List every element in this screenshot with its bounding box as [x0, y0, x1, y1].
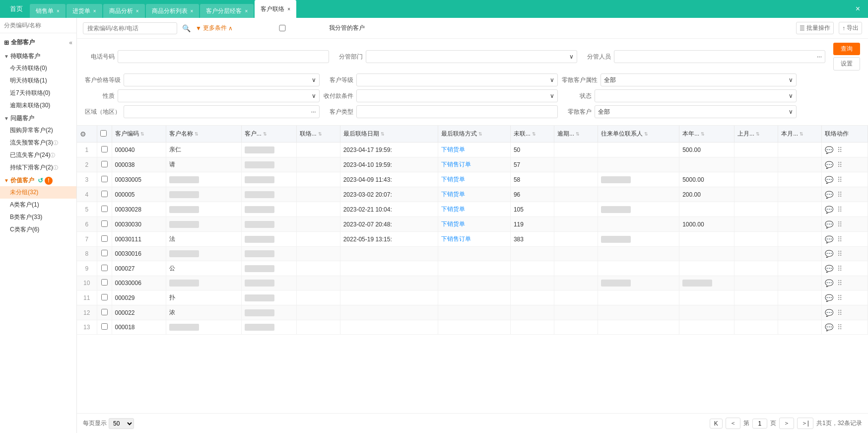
chat-icon[interactable]: 💬 — [825, 279, 833, 287]
sidebar-item-lost[interactable]: 已流失客户(24) ⓘ — [0, 149, 76, 161]
grid-action-icon[interactable]: ⠿ — [837, 265, 842, 273]
phone-input[interactable] — [118, 50, 329, 63]
contact-way-link[interactable]: 下销货单 — [441, 176, 465, 183]
export-button[interactable]: ↑ 导出 — [839, 22, 862, 34]
chat-icon[interactable]: 💬 — [825, 265, 833, 273]
tab-sales-close[interactable]: × — [57, 8, 60, 14]
th-code-sort-icon[interactable]: ⇅ — [140, 132, 144, 137]
sidebar-group-value[interactable]: ▼ 价值客户 ↺ ! — [0, 174, 76, 186]
row-checkbox[interactable] — [101, 235, 108, 242]
sidebar-item-warning[interactable]: 流失预警客户(3) ⓘ — [0, 137, 76, 149]
row-checkbox[interactable] — [101, 176, 108, 182]
contact-way-link[interactable]: 下销货单 — [441, 206, 465, 213]
row-checkbox[interactable] — [101, 250, 108, 256]
payment-select[interactable]: ∨ — [356, 89, 558, 102]
grid-action-icon[interactable]: ⠿ — [837, 220, 842, 228]
sidebar-group-problem[interactable]: ▼ 问题客户 — [0, 112, 76, 124]
chat-icon[interactable]: 💬 — [825, 309, 833, 317]
grid-action-icon[interactable]: ⠿ — [837, 176, 842, 184]
tab-purchase[interactable]: 进货单 × — [67, 4, 102, 18]
contact-way-link[interactable]: 下销货单 — [441, 191, 465, 198]
per-page-select[interactable]: 50 100 200 — [109, 418, 134, 429]
grid-action-icon[interactable]: ⠿ — [837, 206, 842, 214]
sidebar-item-class-b[interactable]: B类客户(33) — [0, 211, 76, 223]
row-checkbox[interactable] — [101, 323, 108, 330]
status-select[interactable]: ∨ — [595, 89, 797, 102]
cust-tier-select[interactable]: ∨ — [356, 73, 558, 86]
search-button[interactable]: 🔍 — [182, 24, 191, 32]
row-checkbox[interactable] — [101, 161, 108, 167]
row-checkbox[interactable] — [101, 279, 108, 286]
retail-cust-select[interactable]: 全部 ∨ — [595, 105, 797, 118]
tab-customer-tier-close[interactable]: × — [245, 8, 248, 14]
th-name-sort-icon[interactable]: ⇅ — [195, 132, 199, 137]
chat-icon[interactable]: 💬 — [825, 235, 833, 243]
dept-select[interactable]: ∨ — [366, 50, 577, 63]
contact-way-link[interactable]: 下销货单 — [441, 220, 465, 227]
grid-action-icon[interactable]: ⠿ — [837, 235, 842, 243]
chat-icon[interactable]: 💬 — [825, 250, 833, 258]
grid-action-icon[interactable]: ⠿ — [837, 191, 842, 199]
refresh-icon[interactable]: ↺ — [38, 177, 43, 184]
tab-analysis-close[interactable]: × — [136, 8, 139, 14]
home-tab[interactable]: 首页 — [4, 0, 29, 18]
chat-icon[interactable]: 💬 — [825, 176, 833, 184]
sidebar-item-overdue[interactable]: 逾期未联络(30) — [0, 99, 76, 112]
my-customers-filter[interactable]: 我分管的客户 — [238, 24, 365, 32]
th-overdue-sort-icon[interactable]: ⇅ — [576, 132, 580, 137]
chat-icon[interactable]: 💬 — [825, 323, 833, 331]
grid-action-icon[interactable]: ⠿ — [837, 161, 842, 169]
grid-action-icon[interactable]: ⠿ — [837, 323, 842, 331]
tab-sales[interactable]: 销售单 × — [30, 4, 66, 18]
th-last-month-sort-icon[interactable]: ⇅ — [756, 132, 760, 137]
page-input[interactable] — [752, 419, 767, 429]
sidebar-item-abnormal[interactable]: 囤购异常客户(2) — [0, 124, 76, 137]
person-select[interactable]: ··· — [614, 50, 825, 63]
tab-customer-tier[interactable]: 客户分层经客 × — [200, 4, 254, 18]
collapse-sidebar-icon[interactable]: « — [69, 39, 72, 46]
query-button[interactable]: 查询 — [833, 43, 860, 55]
tab-analysis-list-close[interactable]: × — [191, 8, 194, 14]
batch-ops-button[interactable]: ☰ 批量操作 — [796, 22, 834, 34]
tab-customer-contact-close[interactable]: × — [287, 6, 290, 12]
last-page-button[interactable]: ＞| — [797, 418, 813, 429]
settings-icon[interactable]: ⚙ — [80, 130, 86, 138]
row-checkbox[interactable] — [101, 265, 108, 271]
sidebar-search-input[interactable] — [4, 22, 77, 29]
sidebar-item-today[interactable]: 今天待联络(0) — [0, 62, 76, 74]
th-year-sort-icon[interactable]: ⇅ — [701, 132, 705, 137]
reset-button[interactable]: 设置 — [833, 57, 860, 71]
th-this-month-sort-icon[interactable]: ⇅ — [800, 132, 803, 137]
prev-page-button[interactable]: ＜ — [726, 418, 740, 429]
next-page-button[interactable]: ＞ — [779, 418, 794, 429]
tab-analysis[interactable]: 商品分析 × — [103, 4, 145, 18]
th-unit-sort-icon[interactable]: ⇅ — [644, 132, 648, 137]
contact-way-link[interactable]: 下销货单 — [441, 146, 465, 153]
row-checkbox[interactable] — [101, 146, 108, 152]
chat-icon[interactable]: 💬 — [825, 220, 833, 228]
nature-select[interactable]: ∨ — [118, 89, 320, 102]
cust-type-select[interactable] — [356, 105, 558, 118]
chat-icon[interactable]: 💬 — [825, 206, 833, 214]
contact-way-link[interactable]: 下销售订单 — [441, 235, 471, 242]
tab-purchase-close[interactable]: × — [93, 8, 96, 14]
sidebar-item-declining[interactable]: 持续下滑客户(2) ⓘ — [0, 161, 76, 174]
window-close-button[interactable]: × — [852, 4, 864, 13]
sidebar-group-waiting[interactable]: ▼ 待联络客户 — [0, 50, 76, 62]
my-customers-checkbox[interactable] — [238, 25, 327, 31]
grid-action-icon[interactable]: ⠿ — [837, 309, 842, 317]
row-checkbox[interactable] — [101, 220, 108, 227]
sidebar-all-customers[interactable]: ⊞ 全部客户 « — [0, 35, 76, 50]
more-filters-button[interactable]: ▼ 更多条件 ∧ — [196, 24, 233, 32]
th-contact-sort-icon[interactable]: ⇅ — [318, 132, 322, 137]
tab-analysis-list[interactable]: 商品分析列表 × — [146, 4, 200, 18]
chat-icon[interactable]: 💬 — [825, 161, 833, 169]
retail-attr-select[interactable]: 全部 ∨ — [601, 73, 797, 86]
grid-action-icon[interactable]: ⠿ — [837, 279, 842, 287]
row-checkbox[interactable] — [101, 191, 108, 197]
row-checkbox[interactable] — [101, 294, 108, 300]
chat-icon[interactable]: 💬 — [825, 146, 833, 154]
price-tier-select[interactable]: ∨ — [124, 73, 320, 86]
row-checkbox[interactable] — [101, 309, 108, 315]
tab-customer-contact[interactable]: 客户联络 × — [255, 0, 296, 18]
